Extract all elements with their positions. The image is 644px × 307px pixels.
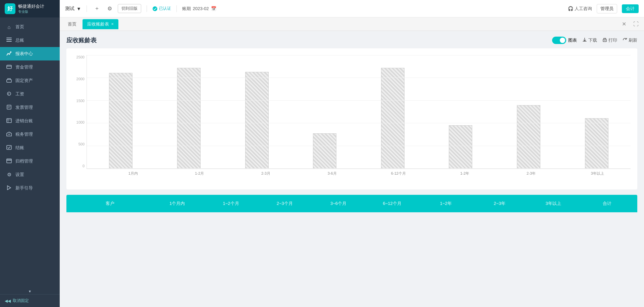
chart-area: 0 500 1000 1500 2000 2500 — [73, 55, 631, 176]
sidebar-item-archive[interactable]: 归档管理 — [0, 155, 60, 168]
bar-2-3year — [517, 105, 540, 169]
page-title: 应收账龄表 — [66, 36, 97, 44]
svg-marker-20 — [7, 186, 11, 190]
bar-1-2year — [449, 125, 472, 169]
x-label-1-2year: 1-2年 — [432, 169, 498, 176]
th-2-3month: 2~3个月 — [258, 201, 312, 207]
sidebar-item-reports[interactable]: 报表中心 — [0, 47, 60, 60]
y-label-2000: 2000 — [73, 77, 87, 81]
y-label-2500: 2500 — [73, 55, 87, 59]
x-label-3-6month: 3-6月 — [299, 169, 365, 176]
topbar: 测试 ▼ ＋ ⚙ 切到旧版 已认证 账期 2023-02 📅 🎧 人工咨询 — [60, 0, 644, 17]
y-label-0: 0 — [73, 164, 87, 168]
bar-group-3year-plus — [562, 55, 631, 169]
add-btn[interactable]: ＋ — [92, 4, 102, 13]
y-label-1500: 1500 — [73, 99, 87, 103]
x-label-1-2month: 1-2月 — [166, 169, 233, 176]
settlement-icon — [6, 145, 12, 151]
svg-rect-11 — [7, 119, 11, 123]
calendar-icon[interactable]: 📅 — [211, 6, 216, 11]
sidebar-item-guide[interactable]: 新手引导 — [0, 181, 60, 195]
bar-group-1-2year — [427, 55, 495, 169]
topbar-divider-1 — [87, 5, 87, 12]
sidebar-item-fund[interactable]: 资金管理 — [0, 60, 60, 74]
account-period: 账期 2023-02 📅 — [182, 6, 216, 12]
sidebar-item-home[interactable]: ⌂ 首页 — [0, 20, 60, 34]
tabbar: 首页 应收账龄表 ✕ ✕ ⛶ — [60, 17, 644, 31]
fullscreen-btn[interactable]: ⛶ — [631, 19, 641, 29]
table-header: 客户 1个月内 1~2个月 2~3个月 3~6个月 6~12个月 1~2年 2~… — [66, 195, 637, 212]
sidebar-item-tax[interactable]: 税务管理 — [0, 128, 60, 141]
x-label-2-3month: 2-3月 — [233, 169, 299, 176]
tab-home[interactable]: 首页 — [63, 19, 81, 29]
unpin-icon: ◀◀ — [5, 299, 11, 303]
gear-btn[interactable]: ⚙ — [105, 4, 114, 13]
bars-area — [87, 55, 631, 169]
svg-rect-8 — [7, 105, 11, 109]
company-selector[interactable]: 测试 ▼ — [65, 6, 81, 12]
tab-close-aging[interactable]: ✕ — [111, 22, 114, 26]
home-icon: ⌂ — [6, 24, 12, 30]
fixed-assets-icon — [6, 78, 12, 84]
sidebar-item-fixed-assets[interactable]: 固定资产 — [0, 74, 60, 87]
svg-text:¥: ¥ — [8, 93, 9, 95]
sidebar-item-invoice[interactable]: 发票管理 — [0, 101, 60, 114]
switch-version-btn[interactable]: 切到旧版 — [118, 4, 141, 13]
y-label-500: 500 — [73, 142, 87, 146]
bar-group-3-6month — [291, 55, 359, 169]
th-2-3year: 2~3年 — [473, 201, 526, 207]
bar-group-6-12month — [359, 55, 427, 169]
chart-toggle-wrapper: 图表 — [552, 37, 577, 44]
svg-rect-0 — [6, 38, 12, 38]
tabbar-right: ✕ ⛶ — [619, 19, 641, 29]
sidebar-item-payroll[interactable]: ¥ 工资 — [0, 87, 60, 101]
bar-6-12month — [381, 68, 405, 169]
topbar-divider-3 — [176, 5, 177, 12]
sidebar-nav: ⌂ 首页 总账 报表中心 资金管理 — [0, 17, 60, 289]
sidebar-scroll-down[interactable]: ▼ — [0, 289, 60, 294]
bar-2-3month — [245, 72, 269, 169]
headset-icon: 🎧 — [568, 6, 573, 11]
x-label-3year-plus: 3年以上 — [564, 169, 631, 176]
th-1-2month: 1~2个月 — [204, 201, 258, 207]
cancel-fixed-btn[interactable]: ◀◀ 取消固定 — [0, 294, 60, 307]
user-btn[interactable]: 管理员 — [597, 4, 617, 13]
svg-rect-2 — [6, 41, 12, 42]
print-btn[interactable]: 打印 — [602, 37, 617, 43]
close-panel-btn[interactable]: ✕ — [619, 19, 629, 29]
settings-icon: ⚙ — [6, 172, 12, 178]
consult-btn[interactable]: 🎧 人工咨询 — [568, 6, 592, 12]
chart-toggle[interactable] — [552, 37, 566, 44]
bar-1-2month — [177, 68, 201, 169]
svg-rect-17 — [7, 145, 11, 149]
download-btn[interactable]: 下载 — [582, 37, 597, 43]
y-label-1000: 1000 — [73, 120, 87, 124]
th-6-12month: 6~12个月 — [365, 201, 419, 207]
svg-rect-3 — [7, 65, 11, 69]
x-labels: 1月内 1-2月 2-3月 3-6月 6-12个月 1-2年 2-3年 3年以上 — [87, 169, 631, 176]
sidebar-item-settlement[interactable]: 结账 — [0, 141, 60, 155]
guide-icon — [6, 185, 12, 191]
topbar-divider-2 — [147, 5, 147, 12]
x-label-1month: 1月内 — [100, 169, 166, 176]
ledger-icon — [6, 38, 12, 43]
logo: 好 畅捷通好会计 专业版 — [0, 0, 60, 17]
payroll-icon: ¥ — [6, 91, 12, 97]
sidebar-item-sales[interactable]: 进销台账 — [0, 114, 60, 128]
svg-rect-19 — [7, 159, 11, 160]
svg-rect-1 — [6, 39, 12, 40]
page-actions: 图表 下载 打印 — [552, 37, 637, 44]
sidebar-item-settings[interactable]: ⚙ 设置 — [0, 168, 60, 181]
th-customer: 客户 — [70, 201, 150, 207]
sidebar-item-general-ledger[interactable]: 总账 — [0, 34, 60, 47]
x-label-6-12month: 6-12个月 — [365, 169, 432, 176]
sidebar: 好 畅捷通好会计 专业版 ⌂ 首页 总账 — [0, 0, 60, 307]
refresh-btn[interactable]: 刷新 — [623, 37, 637, 43]
tab-aging[interactable]: 应收账龄表 ✕ — [83, 19, 118, 29]
bar-group-2-3year — [495, 55, 563, 169]
print-icon — [602, 38, 607, 43]
svg-rect-5 — [7, 80, 11, 82]
bar-3year-plus — [585, 118, 608, 169]
accounting-btn[interactable]: 会计 — [622, 4, 639, 13]
logo-text: 畅捷通好会计 专业版 — [18, 4, 44, 14]
